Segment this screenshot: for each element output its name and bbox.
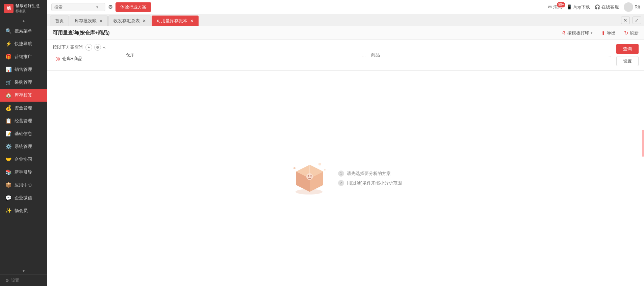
tab-close-button[interactable]: ✕	[621, 17, 630, 24]
search-input[interactable]	[54, 5, 95, 9]
warehouse-input[interactable]	[137, 51, 359, 59]
sidebar-label-finance: 资金管理	[15, 105, 32, 111]
wechat-icon: 💬	[5, 195, 12, 201]
sidebar-nav: 🔍搜索菜单⚡快捷导航🎁营销推广📊销售管理🛒采购管理🏠库存核算💰资金管理📋经营管理…	[0, 25, 47, 267]
tab-label-batch: 库存批次账	[75, 18, 97, 24]
empty-step-2: 2 用[过滤]条件来缩小分析范围	[338, 180, 402, 186]
page-title: 可用量查询(按仓库+商品)	[53, 30, 110, 36]
sidebar-item-apps[interactable]: 📦应用中心	[0, 179, 47, 191]
sidebar-item-purchase[interactable]: 🛒采购管理	[0, 76, 47, 89]
user-name: Rit	[635, 4, 640, 9]
sidebar-label-inventory: 库存核算	[15, 92, 32, 98]
sidebar-bottom-settings[interactable]: ⚙ 设置	[0, 275, 47, 286]
sidebar-item-wechat[interactable]: 💬企业微信	[0, 191, 47, 204]
tab-label-home: 首页	[55, 18, 64, 24]
sidebar: 畅 畅康通好生意 标准版 ▲ 🔍搜索菜单⚡快捷导航🎁营销推广📊销售管理🛒采购管理…	[0, 0, 47, 286]
sidebar-item-newbie[interactable]: 📚新手引导	[0, 166, 47, 179]
sidebar-item-shortcut[interactable]: ⚡快捷导航	[0, 37, 47, 50]
sidebar-item-basic[interactable]: 📝基础信息	[0, 127, 47, 140]
tab-close-summary[interactable]: ✕	[143, 19, 146, 23]
tab-summary[interactable]: 收发存汇总表✕	[108, 16, 151, 26]
scheme-label: 按以下方案查询	[53, 44, 83, 50]
sidebar-label-operation: 经营管理	[15, 118, 32, 124]
empty-box-svg	[289, 158, 330, 195]
query-settings-button[interactable]: 设置	[616, 56, 639, 66]
sidebar-label-search: 搜索菜单	[15, 28, 32, 34]
goods-label: 商品	[371, 52, 380, 58]
app-download-icon: 📱	[567, 4, 572, 9]
sidebar-label-cooperation: 企业协同	[15, 156, 32, 162]
warehouse-field: 仓库 ...	[126, 51, 366, 59]
logo-badge: 标准版	[16, 9, 40, 14]
tab-close-batch[interactable]: ✕	[99, 19, 103, 23]
app-download-button[interactable]: 📱 App下载	[567, 4, 590, 10]
sidebar-label-newbie: 新手引导	[15, 169, 32, 175]
tab-close-available[interactable]: ✕	[190, 19, 194, 23]
page-header: 可用量查询(按仓库+商品) 🖨 按模板打印 ▾ ⬆ 导出 ↻ 刷新	[47, 26, 644, 40]
export-button[interactable]: ⬆ 导出	[601, 30, 616, 36]
sidebar-item-cooperation[interactable]: 🤝企业协同	[0, 153, 47, 166]
online-service-label: 在线客服	[601, 4, 619, 10]
goods-more-button[interactable]: ...	[608, 53, 611, 57]
right-scrollbar[interactable]	[642, 130, 644, 157]
marketing-icon: 🎁	[5, 54, 12, 60]
export-icon: ⬆	[601, 30, 606, 36]
tab-home[interactable]: 首页	[50, 16, 69, 26]
system-icon: ⚙️	[5, 144, 12, 150]
step-2-circle: 2	[338, 180, 344, 186]
inventory-icon: 🏠	[5, 92, 12, 98]
svg-point-7	[308, 175, 309, 177]
user-profile[interactable]: Rit	[624, 2, 640, 12]
app-logo: 畅 畅康通好生意 标准版	[0, 0, 47, 17]
shortcut-icon: ⚡	[5, 41, 12, 47]
sidebar-item-operation[interactable]: 📋经营管理	[0, 114, 47, 127]
refresh-button[interactable]: ↻ 刷新	[624, 30, 639, 36]
goods-input[interactable]	[383, 51, 605, 59]
sidebar-item-vip[interactable]: ✨畅会员	[0, 204, 47, 217]
tab-label-available: 可用量库存账本	[157, 18, 187, 24]
sidebar-label-sales: 销售管理	[15, 67, 32, 73]
warehouse-more-button[interactable]: ...	[362, 53, 365, 57]
online-service-button[interactable]: 🎧 在线客服	[595, 4, 619, 10]
sidebar-item-sales[interactable]: 📊销售管理	[0, 63, 47, 76]
svg-point-9	[293, 167, 295, 169]
print-chevron-icon[interactable]: ▾	[591, 31, 593, 35]
sidebar-item-finance[interactable]: 💰资金管理	[0, 102, 47, 114]
step-1-circle: 1	[338, 171, 344, 177]
search-chevron-icon[interactable]: ▾	[96, 5, 98, 9]
sidebar-scroll-up[interactable]: ▲	[0, 17, 47, 25]
query-actions: 查询 设置	[616, 44, 639, 66]
print-button[interactable]: 🖨 按模板打印 ▾	[561, 30, 593, 36]
empty-illustration	[289, 158, 330, 199]
tab-label-summary: 收发存汇总表	[113, 18, 140, 24]
scheme-settings-button[interactable]: ⚙	[94, 44, 101, 51]
sidebar-scroll-down[interactable]: ▼	[0, 267, 47, 275]
sidebar-item-system[interactable]: ⚙️系统管理	[0, 140, 47, 153]
operation-icon: 📋	[5, 118, 12, 124]
step-1-text: 请先选择要分析的方案	[347, 171, 391, 177]
collapse-button[interactable]: «	[103, 45, 106, 50]
basic-icon: 📝	[5, 131, 12, 137]
sidebar-label-purchase: 采购管理	[15, 79, 32, 85]
topbar-gear-icon[interactable]: ⚙	[108, 4, 113, 10]
message-button[interactable]: ✉ 消息 99+	[548, 4, 562, 10]
tab-expand-button[interactable]: ⤢	[633, 17, 641, 24]
query-button[interactable]: 查询	[616, 44, 639, 54]
warehouse-label: 仓库	[126, 52, 134, 58]
add-scheme-button[interactable]: +	[85, 44, 92, 51]
vip-icon: ✨	[5, 208, 12, 214]
message-icon: ✉	[548, 4, 552, 9]
query-scheme-panel: 按以下方案查询 + ⚙ « ◎ 仓库+商品	[53, 44, 120, 64]
trial-button[interactable]: 体验行业方案	[115, 2, 151, 12]
tab-batch[interactable]: 库存批次账✕	[70, 16, 108, 26]
scheme-warehouse-goods[interactable]: ◎ 仓库+商品	[53, 53, 116, 64]
scheme-name: 仓库+商品	[62, 56, 82, 62]
finance-icon: 💰	[5, 105, 12, 111]
sidebar-item-search[interactable]: 🔍搜索菜单	[0, 25, 47, 37]
topbar-search-box[interactable]: ▾	[51, 3, 105, 11]
tab-available[interactable]: 可用量库存账本✕	[152, 16, 199, 26]
purchase-icon: 🛒	[5, 79, 12, 85]
sidebar-item-inventory[interactable]: 🏠库存核算	[0, 89, 47, 102]
topbar: ▾ ⚙ 体验行业方案 ✉ 消息 99+ 📱 App下载 🎧 在线客服 Rit	[47, 0, 644, 14]
sidebar-item-marketing[interactable]: 🎁营销推广	[0, 50, 47, 63]
